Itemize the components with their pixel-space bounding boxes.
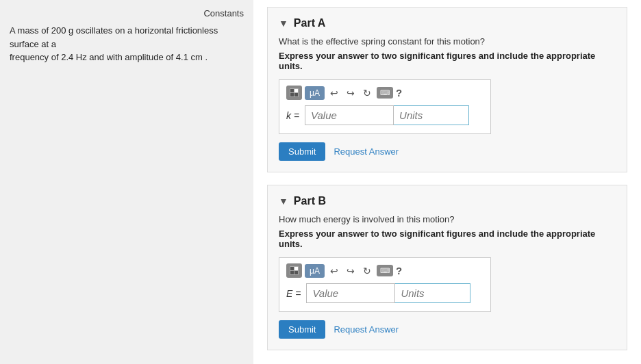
part-b-keyboard-button[interactable]: ⌨ [377, 265, 393, 276]
part-a-request-answer-link[interactable]: Request Answer [334, 146, 399, 157]
part-b-input-row: E = [286, 283, 483, 303]
part-a-units-input[interactable] [394, 105, 469, 125]
problem-text-3: . [205, 52, 208, 62]
part-b-mu-button[interactable]: μΑ [305, 264, 325, 278]
part-a-submit-button[interactable]: Submit [279, 142, 325, 161]
part-a-redo-icon[interactable]: ↪ [344, 86, 357, 100]
part-b-title: Part B [294, 195, 326, 207]
part-a-value-input[interactable] [305, 105, 394, 125]
part-b-help-button[interactable]: ? [396, 265, 402, 276]
part-b-request-answer-link[interactable]: Request Answer [334, 324, 399, 335]
right-panel: ▼ Part A What is the effective spring co… [253, 0, 641, 364]
part-b-refresh-icon[interactable]: ↻ [360, 264, 374, 278]
part-a-action-row: Submit Request Answer [279, 142, 616, 161]
problem-text-2: frequency of 2.4 Hz and with amplitude o… [10, 52, 188, 62]
part-b-redo-icon[interactable]: ↪ [344, 264, 357, 278]
part-b-question: How much energy is involved in this moti… [279, 214, 616, 224]
part-b-action-row: Submit Request Answer [279, 320, 616, 339]
left-panel: Constants A mass of 200 g oscillates on … [0, 0, 253, 364]
part-a-section: ▼ Part A What is the effective spring co… [267, 7, 627, 172]
part-b-value-input[interactable] [306, 283, 395, 303]
part-a-refresh-icon[interactable]: ↻ [360, 86, 374, 100]
part-a-undo-icon[interactable]: ↩ [327, 86, 341, 100]
part-a-answer-box: μΑ ↩ ↪ ↻ ⌨ ? k = [279, 79, 491, 134]
part-b-header: ▼ Part B [279, 195, 616, 207]
part-b-units-input[interactable] [395, 283, 470, 303]
part-a-keyboard-button[interactable]: ⌨ [377, 87, 393, 99]
part-a-help-button[interactable]: ? [396, 87, 402, 99]
part-a-mu-button[interactable]: μΑ [305, 86, 325, 100]
part-a-grid-button[interactable] [286, 86, 302, 100]
part-a-collapse-arrow[interactable]: ▼ [279, 18, 288, 29]
part-b-instruction: Express your answer to two significant f… [279, 229, 616, 249]
problem-statement: A mass of 200 g oscillates on a horizont… [10, 24, 244, 64]
part-a-instruction: Express your answer to two significant f… [279, 51, 616, 71]
part-b-undo-icon[interactable]: ↩ [327, 264, 341, 278]
part-b-answer-box: μΑ ↩ ↪ ↻ ⌨ ? E = [279, 257, 491, 312]
part-a-input-row: k = [286, 105, 483, 125]
part-a-var-label: k = [286, 110, 299, 121]
part-b-var-label: E = [286, 288, 301, 299]
part-b-toolbar: μΑ ↩ ↪ ↻ ⌨ ? [286, 263, 483, 278]
part-b-submit-button[interactable]: Submit [279, 320, 325, 339]
part-a-header: ▼ Part A [279, 17, 616, 29]
unit-cm-text: cm [191, 52, 203, 62]
constants-label: Constants [10, 8, 244, 18]
problem-text-1: A mass of 200 g oscillates on a horizont… [10, 25, 218, 49]
part-a-toolbar: μΑ ↩ ↪ ↻ ⌨ ? [286, 86, 483, 100]
part-a-title: Part A [294, 17, 326, 29]
part-b-grid-button[interactable] [286, 263, 302, 278]
part-a-question: What is the effective spring constant fo… [279, 36, 616, 47]
part-b-collapse-arrow[interactable]: ▼ [279, 196, 288, 207]
part-b-section: ▼ Part B How much energy is involved in … [267, 185, 627, 350]
